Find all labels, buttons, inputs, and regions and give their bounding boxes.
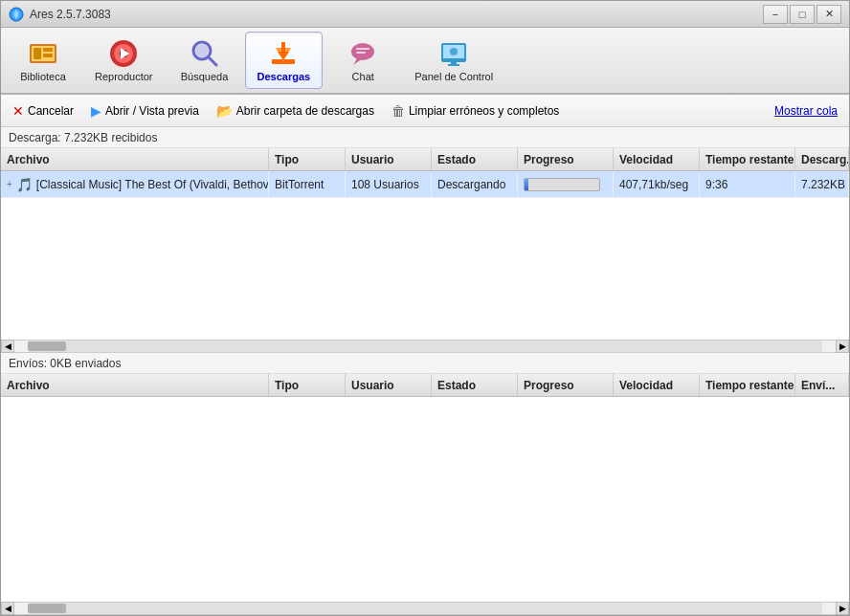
scroll-left-arrow[interactable]: ◀ [1, 340, 14, 353]
archivo-text: [Classical Music] The Best Of (Vivaldi, … [36, 178, 269, 191]
nav-panel[interactable]: Panel de Control [403, 32, 504, 89]
cell-estado: Descargando [432, 171, 518, 197]
actionbar: ✕ Cancelar ▶ Abrir / Vista previa 📂 Abri… [1, 95, 849, 127]
chat-icon [347, 38, 378, 69]
abrir-icon: ▶ [91, 103, 101, 119]
uploads-hscrollbar-section: ◀ ▶ [1, 602, 849, 615]
up-col-header-progreso: Progreso [518, 374, 614, 396]
titlebar: Ares 2.5.7.3083 − □ ✕ [1, 1, 849, 28]
downloads-status-text: Descarga: 7.232KB recibidos [9, 131, 157, 144]
reproductor-icon [108, 38, 139, 69]
nav-panel-label: Panel de Control [414, 71, 493, 82]
cell-tipo: BitTorrent [269, 171, 346, 197]
nav-biblioteca-label: Biblioteca [20, 71, 66, 82]
nav-chat[interactable]: Chat [324, 32, 401, 89]
uploads-status: Envíos: 0KB enviados [1, 353, 849, 374]
cell-velocidad: 407,71kb/seg [614, 171, 700, 197]
downloads-table-area: Archivo Tipo Usuario Estado Progreso Vel… [1, 148, 849, 340]
close-button[interactable]: ✕ [816, 5, 841, 24]
downloads-hscrollbar[interactable] [28, 341, 822, 352]
file-type-icon: 🎵 [16, 177, 33, 192]
minimize-button[interactable]: − [763, 5, 788, 24]
abrir-carpeta-button[interactable]: 📂 Abrir carpeta de descargas [209, 99, 382, 123]
up-col-header-archivo: Archivo [1, 374, 269, 396]
scroll-right-arrow[interactable]: ▶ [836, 340, 849, 353]
limpiar-icon: 🗑 [391, 103, 405, 119]
col-header-progreso: Progreso [518, 148, 614, 170]
abrir-button[interactable]: ▶ Abrir / Vista previa [83, 99, 207, 123]
uploads-section: Envíos: 0KB enviados Archivo Tipo Usuari… [1, 353, 849, 615]
svg-rect-20 [356, 52, 366, 54]
nav-busqueda[interactable]: Búsqueda [167, 32, 243, 89]
app-window: Ares 2.5.7.3083 − □ ✕ Biblioteca [0, 0, 850, 616]
nav-reproductor-label: Reproductor [95, 71, 153, 82]
up-scroll-left-arrow[interactable]: ◀ [1, 602, 14, 615]
col-header-tiempo: Tiempo restante [700, 148, 795, 170]
limpiar-button[interactable]: 🗑 Limpiar erróneos y completos [384, 99, 567, 123]
downloads-table-body: + 🎵 [Classical Music] The Best Of (Vival… [1, 171, 849, 340]
uploads-table-header: Archivo Tipo Usuario Estado Progreso Vel… [1, 374, 849, 397]
svg-rect-24 [448, 64, 459, 66]
app-icon [9, 7, 24, 22]
uploads-table-body [1, 397, 849, 602]
up-hscrollbar-thumb [28, 604, 66, 613]
downloads-hscrollbar-section: ◀ ▶ [1, 340, 849, 353]
navbar: Biblioteca Reproductor Búsq [1, 28, 849, 95]
downloads-table-header: Archivo Tipo Usuario Estado Progreso Vel… [1, 148, 849, 171]
nav-chat-label: Chat [352, 71, 374, 82]
cell-descarga: 7.232KB de ... [795, 171, 849, 197]
uploads-hscrollbar[interactable] [28, 603, 822, 614]
col-header-tipo: Tipo [269, 148, 346, 170]
cancelar-icon: ✕ [12, 103, 24, 119]
cancelar-label: Cancelar [28, 104, 74, 118]
svg-rect-19 [356, 48, 369, 50]
svg-point-25 [450, 48, 458, 55]
up-col-header-estado: Estado [432, 374, 518, 396]
col-header-estado: Estado [432, 148, 518, 170]
up-col-header-velocidad: Velocidad [614, 374, 700, 396]
nav-busqueda-label: Búsqueda [181, 71, 229, 82]
abrir-carpeta-label: Abrir carpeta de descargas [236, 104, 374, 118]
hscrollbar-thumb [28, 341, 66, 351]
biblioteca-icon [28, 38, 58, 69]
svg-rect-4 [34, 48, 41, 59]
nav-descargas[interactable]: Descargas [245, 32, 324, 89]
col-header-archivo: Archivo [1, 148, 269, 170]
up-col-header-tiempo: Tiempo restante [700, 374, 795, 396]
svg-rect-5 [43, 48, 53, 52]
descargas-icon [268, 38, 299, 69]
window-controls: − □ ✕ [763, 5, 841, 24]
uploads-status-text: Envíos: 0KB enviados [9, 357, 121, 370]
svg-rect-6 [43, 54, 53, 57]
svg-rect-23 [451, 61, 457, 64]
expand-icon[interactable]: + [7, 179, 12, 189]
progress-fill [525, 179, 528, 190]
maximize-button[interactable]: □ [790, 5, 815, 24]
cell-tiempo: 9:36 [700, 171, 795, 197]
up-scroll-right-arrow[interactable]: ▶ [836, 602, 849, 615]
nav-reproductor[interactable]: Reproductor [83, 32, 165, 89]
panel-icon [438, 38, 469, 69]
abrir-carpeta-icon: 📂 [216, 103, 233, 119]
nav-biblioteca[interactable]: Biblioteca [5, 32, 81, 89]
col-header-velocidad: Velocidad [614, 148, 700, 170]
mostrar-cola-link[interactable]: Mostrar cola [774, 104, 845, 118]
col-header-descarga: Descarg... [795, 148, 849, 170]
up-col-header-envio: Enví... [795, 374, 849, 396]
abrir-label: Abrir / Vista previa [105, 104, 199, 118]
cell-archivo: + 🎵 [Classical Music] The Best Of (Vival… [1, 171, 269, 197]
nav-descargas-label: Descargas [257, 71, 311, 82]
busqueda-icon [190, 38, 220, 69]
svg-marker-17 [278, 52, 289, 59]
progress-bar [524, 178, 600, 191]
svg-point-12 [195, 44, 209, 57]
app-title: Ares 2.5.7.3083 [30, 8, 763, 21]
up-col-header-tipo: Tipo [269, 374, 346, 396]
table-row[interactable]: + 🎵 [Classical Music] The Best Of (Vival… [1, 171, 849, 198]
col-header-usuario: Usuario [346, 148, 432, 170]
cancelar-button[interactable]: ✕ Cancelar [5, 99, 81, 123]
cell-progreso [518, 171, 614, 197]
cell-usuario: 108 Usuarios [346, 171, 432, 197]
up-col-header-usuario: Usuario [346, 374, 432, 396]
downloads-status: Descarga: 7.232KB recibidos [1, 127, 849, 148]
